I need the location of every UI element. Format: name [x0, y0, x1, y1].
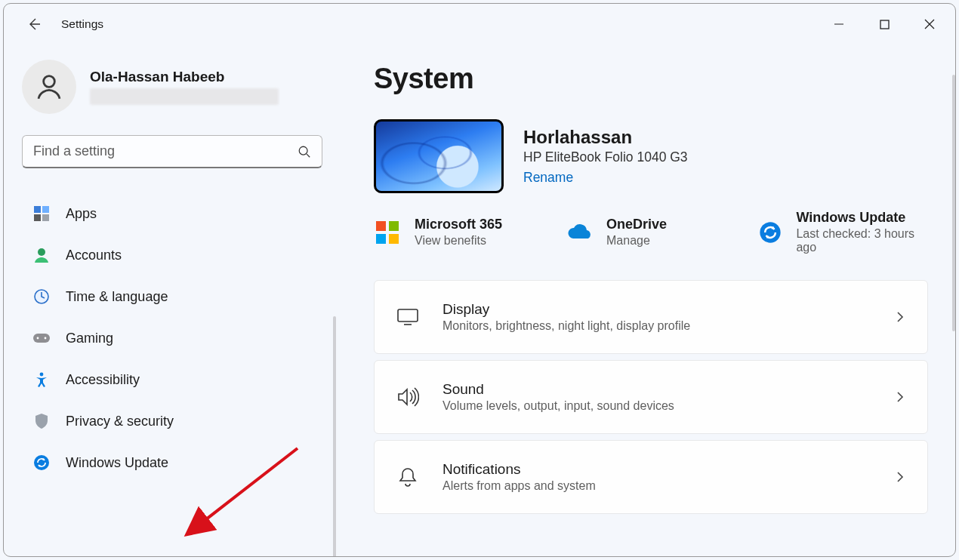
accessibility-icon: [32, 371, 51, 389]
update-sync-icon: [757, 219, 782, 246]
chevron-right-icon: [894, 311, 906, 323]
tile-title: Windows Update: [796, 210, 928, 226]
tile-subtitle: View benefits: [415, 234, 502, 248]
gaming-icon: [32, 329, 51, 347]
close-button[interactable]: [907, 9, 952, 39]
page-title: System: [374, 63, 928, 95]
person-icon: [33, 71, 65, 103]
setting-row-subtitle: Volume levels, output, input, sound devi…: [442, 399, 871, 413]
search-field[interactable]: [22, 135, 322, 168]
chevron-right-icon: [894, 391, 906, 403]
sidebar-item-label: Privacy & security: [66, 414, 174, 429]
svg-point-12: [40, 373, 44, 377]
sidebar-item-label: Time & language: [66, 289, 168, 305]
display-monitor-icon: [396, 305, 420, 329]
search-input[interactable]: [33, 143, 298, 159]
minimize-button[interactable]: [816, 9, 862, 39]
rename-this-pc-link[interactable]: Rename: [523, 170, 573, 186]
svg-point-2: [299, 146, 307, 155]
svg-rect-6: [42, 214, 49, 221]
svg-point-7: [38, 248, 45, 256]
svg-point-13: [34, 455, 49, 470]
sidebar-item-label: Windows Update: [66, 455, 168, 471]
setting-row-notifications[interactable]: Notifications Alerts from apps and syste…: [374, 440, 928, 514]
desktop-wallpaper-thumb[interactable]: [374, 119, 504, 193]
sidebar-item-label: Apps: [66, 206, 97, 222]
sound-speaker-icon: [396, 385, 420, 409]
setting-row-subtitle: Alerts from apps and system: [442, 479, 871, 493]
bloom-wallpaper-icon: [376, 122, 501, 191]
svg-point-10: [37, 337, 39, 340]
user-email-redacted: [90, 88, 279, 105]
setting-row-title: Display: [442, 301, 871, 318]
sidebar-item-gaming[interactable]: Gaming: [22, 320, 322, 356]
clock-globe-icon: [32, 288, 51, 306]
svg-point-11: [45, 337, 47, 340]
setting-row-sound[interactable]: Sound Volume levels, output, input, soun…: [374, 360, 928, 434]
svg-rect-14: [376, 221, 386, 231]
shield-icon: [32, 412, 51, 430]
device-model: HP EliteBook Folio 1040 G3: [523, 149, 688, 165]
sidebar-item-apps[interactable]: Apps: [22, 195, 322, 232]
sidebar-item-label: Gaming: [66, 331, 113, 346]
chevron-right-icon: [894, 471, 906, 483]
svg-rect-15: [389, 221, 399, 231]
svg-rect-4: [42, 206, 49, 213]
sidebar-item-time-language[interactable]: Time & language: [22, 278, 322, 315]
arrow-left-icon: [26, 17, 42, 32]
sidebar-item-accessibility[interactable]: Accessibility: [22, 362, 322, 398]
maximize-icon: [880, 20, 890, 29]
svg-rect-16: [376, 234, 386, 244]
avatar: [22, 60, 76, 114]
update-sync-icon: [32, 454, 51, 472]
bell-icon: [396, 465, 420, 489]
microsoft-logo-icon: [374, 219, 401, 246]
svg-rect-19: [398, 309, 418, 322]
tile-subtitle: Last checked: 3 hours ago: [796, 227, 928, 254]
main-scrollbar[interactable]: [952, 75, 955, 331]
svg-point-18: [760, 222, 780, 242]
onedrive-cloud-icon: [566, 219, 593, 246]
accounts-icon: [32, 246, 51, 264]
apps-icon: [32, 205, 51, 223]
device-name: Horlahassan: [523, 127, 688, 148]
svg-rect-0: [880, 20, 889, 29]
tile-microsoft-365[interactable]: Microsoft 365 View benefits: [374, 210, 532, 254]
minimize-icon: [834, 19, 844, 29]
current-user-card[interactable]: Ola-Hassan Habeeb: [22, 60, 322, 114]
close-icon: [924, 19, 935, 29]
setting-row-title: Notifications: [442, 461, 871, 478]
svg-rect-5: [34, 214, 41, 221]
tile-title: Microsoft 365: [415, 217, 502, 232]
sidebar-item-label: Accessibility: [66, 372, 140, 388]
tile-subtitle: Manage: [606, 234, 667, 248]
maximize-button[interactable]: [862, 9, 907, 39]
svg-rect-17: [389, 234, 399, 244]
sidebar-item-privacy-security[interactable]: Privacy & security: [22, 403, 322, 439]
search-icon: [298, 145, 311, 158]
tile-onedrive[interactable]: OneDrive Manage: [566, 210, 724, 254]
tile-title: OneDrive: [606, 217, 667, 232]
back-button[interactable]: [19, 9, 49, 39]
svg-rect-9: [33, 334, 50, 343]
window-title: Settings: [61, 17, 103, 31]
svg-rect-3: [34, 206, 41, 213]
setting-row-display[interactable]: Display Monitors, brightness, night ligh…: [374, 280, 928, 354]
svg-point-1: [44, 76, 55, 88]
user-display-name: Ola-Hassan Habeeb: [90, 69, 279, 85]
setting-row-title: Sound: [442, 381, 871, 398]
setting-row-subtitle: Monitors, brightness, night light, displ…: [442, 319, 871, 333]
sidebar-item-label: Accounts: [66, 248, 122, 263]
tile-windows-update[interactable]: Windows Update Last checked: 3 hours ago: [757, 210, 928, 254]
sidebar-item-accounts[interactable]: Accounts: [22, 237, 322, 273]
sidebar-item-windows-update[interactable]: Windows Update: [22, 445, 322, 481]
